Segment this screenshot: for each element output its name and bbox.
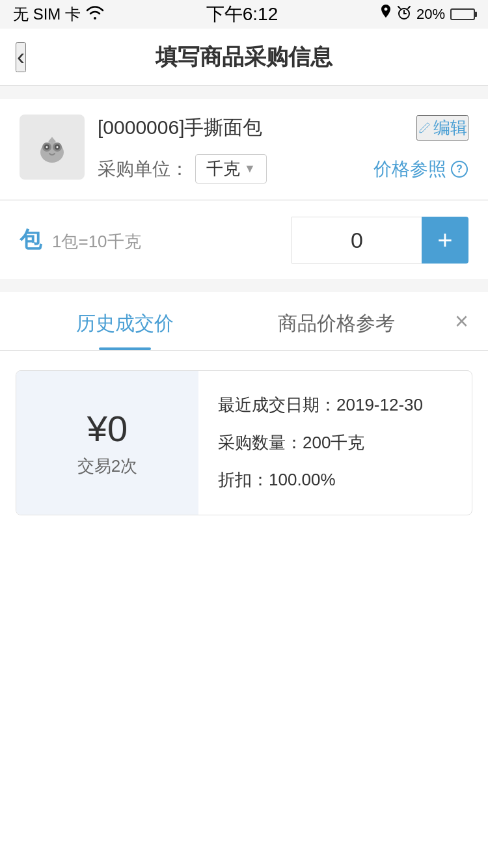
svg-point-8 [46, 146, 48, 148]
quantity-input[interactable] [291, 217, 422, 264]
trade-card: ¥0 交易2次 最近成交日期：2019-12-30 采购数量：200千克 折扣：… [16, 370, 472, 515]
back-button[interactable]: ‹ [16, 42, 26, 72]
price-ref-button[interactable]: 价格参照 ? [373, 157, 468, 182]
status-time: 下午6:12 [206, 2, 278, 27]
trade-date-row: 最近成交日期：2019-12-30 [218, 392, 452, 419]
tab-history-price[interactable]: 历史成交价 [20, 292, 230, 350]
svg-text:?: ? [456, 163, 463, 174]
product-name-row: [0000006]手撕面包 编辑 [98, 115, 468, 141]
trade-qty-row: 采购数量：200千克 [218, 429, 452, 457]
quantity-label: 包 1包=10千克 [20, 225, 141, 255]
bao-label: 包 [20, 225, 42, 255]
recent-date-value: 2019-12-30 [336, 395, 423, 414]
discount-label: 折扣： [218, 470, 269, 489]
trade-discount-row: 折扣：100.00% [218, 467, 452, 494]
price-value: 0 [107, 408, 128, 449]
trade-price: ¥0 [87, 407, 128, 450]
trade-right: 最近成交日期：2019-12-30 采购数量：200千克 折扣：100.00% [198, 371, 472, 515]
quantity-section: 包 1包=10千克 + [0, 200, 488, 279]
purchase-qty-value: 200千克 [303, 433, 364, 452]
bottom-area [0, 535, 488, 868]
status-right: 20% [380, 5, 475, 24]
unit-value: 千克 [206, 157, 240, 180]
product-info: [0000006]手撕面包 编辑 采购单位： 千克 ▼ 价格 [98, 115, 468, 183]
battery-percentage: 20% [416, 6, 445, 23]
carrier-label: 无 SIM 卡 [13, 4, 81, 25]
unit-label: 采购单位： [98, 157, 189, 182]
trade-count: 交易2次 [77, 455, 137, 478]
tab-price-ref[interactable]: 商品价格参考 [230, 292, 441, 350]
price-ref-label: 价格参照 [373, 157, 446, 182]
tabs-section: 历史成交价 商品价格参考 × ¥0 交易2次 最近成交日期：2019-12-30… [0, 292, 488, 868]
tabs-header: 历史成交价 商品价格参考 × [0, 292, 488, 351]
product-section: [0000006]手撕面包 编辑 采购单位： 千克 ▼ 价格 [0, 99, 488, 199]
edit-label: 编辑 [433, 116, 467, 139]
quantity-plus-button[interactable]: + [422, 217, 468, 264]
price-symbol: ¥ [87, 408, 107, 449]
location-icon [380, 5, 392, 24]
quantity-control: + [291, 217, 468, 264]
tab-close-button[interactable]: × [442, 295, 468, 348]
wifi-icon [86, 5, 104, 23]
svg-point-9 [57, 146, 59, 148]
battery-icon [450, 8, 475, 20]
product-header: [0000006]手撕面包 编辑 采购单位： 千克 ▼ 价格 [20, 115, 468, 183]
recent-date-label: 最近成交日期： [218, 395, 336, 414]
status-left: 无 SIM 卡 [13, 4, 104, 25]
page-title: 填写商品采购信息 [156, 42, 332, 72]
trade-left: ¥0 交易2次 [16, 371, 198, 515]
product-name: [0000006]手撕面包 [98, 115, 262, 141]
status-bar: 无 SIM 卡 下午6:12 20% [0, 0, 488, 29]
product-thumbnail [20, 115, 85, 180]
purchase-qty-label: 采购数量： [218, 433, 303, 452]
discount-value: 100.00% [269, 470, 336, 489]
unit-row: 采购单位： 千克 ▼ 价格参照 ? [98, 154, 468, 183]
nav-bar: ‹ 填写商品采购信息 [0, 29, 488, 86]
unit-select[interactable]: 千克 ▼ [195, 154, 267, 183]
bao-unit-hint: 1包=10千克 [52, 230, 141, 253]
alarm-icon [397, 5, 411, 23]
edit-button[interactable]: 编辑 [416, 115, 468, 141]
dropdown-arrow: ▼ [244, 162, 256, 176]
